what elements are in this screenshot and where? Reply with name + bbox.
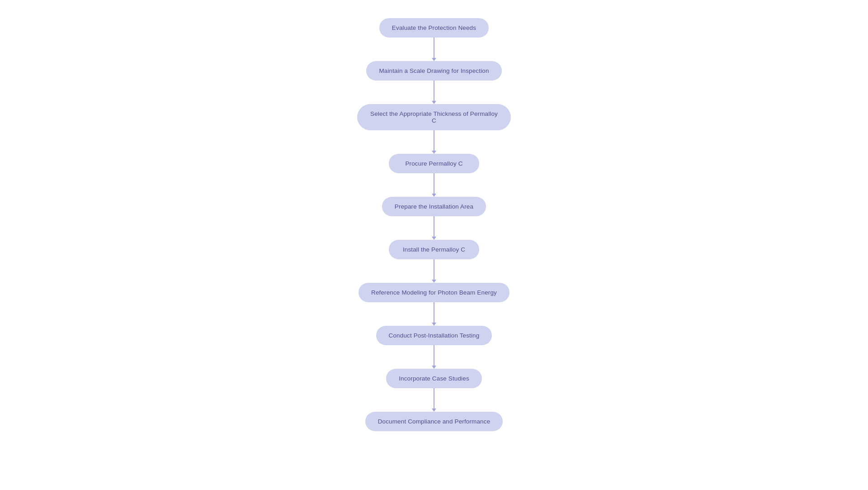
arrow-head-6 (432, 280, 436, 283)
node-4[interactable]: Procure Permalloy C (389, 154, 479, 173)
node-10[interactable]: Document Compliance and Performance (365, 412, 503, 431)
node-5[interactable]: Prepare the Installation Area (382, 197, 486, 216)
node-7[interactable]: Reference Modeling for Photon Beam Energ… (359, 283, 509, 302)
node-1[interactable]: Evaluate the Protection Needs (379, 18, 489, 38)
arrow-head-4 (432, 194, 436, 197)
flow-arrow-6 (432, 259, 436, 283)
flow-arrow-3 (432, 130, 436, 154)
flow-arrow-9 (432, 388, 436, 412)
flowchart: Evaluate the Protection NeedsMaintain a … (344, 5, 524, 445)
arrow-line-7 (434, 302, 434, 323)
arrow-line-2 (434, 81, 434, 101)
flow-arrow-4 (432, 173, 436, 197)
arrow-head-3 (432, 151, 436, 154)
node-2[interactable]: Maintain a Scale Drawing for Inspection (366, 61, 501, 81)
arrow-head-5 (432, 237, 436, 240)
flow-arrow-7 (432, 302, 436, 326)
node-6[interactable]: Install the Permalloy C (389, 240, 479, 259)
flow-arrow-2 (432, 81, 436, 104)
node-8[interactable]: Conduct Post-Installation Testing (376, 326, 492, 345)
arrow-head-2 (432, 101, 436, 104)
flow-arrow-5 (432, 216, 436, 240)
arrow-line-1 (434, 38, 434, 58)
flow-arrow-8 (432, 345, 436, 369)
arrow-head-8 (432, 366, 436, 369)
flow-arrow-1 (432, 38, 436, 61)
arrow-line-9 (434, 388, 434, 409)
node-9[interactable]: Incorporate Case Studies (386, 369, 482, 388)
arrow-line-3 (434, 130, 434, 151)
arrow-line-6 (434, 259, 434, 280)
arrow-head-7 (432, 323, 436, 326)
arrow-line-4 (434, 173, 434, 194)
arrow-head-1 (432, 58, 436, 61)
arrow-line-8 (434, 345, 434, 366)
arrow-head-9 (432, 409, 436, 412)
arrow-line-5 (434, 216, 434, 237)
node-3[interactable]: Select the Appropriate Thickness of Perm… (357, 104, 511, 130)
